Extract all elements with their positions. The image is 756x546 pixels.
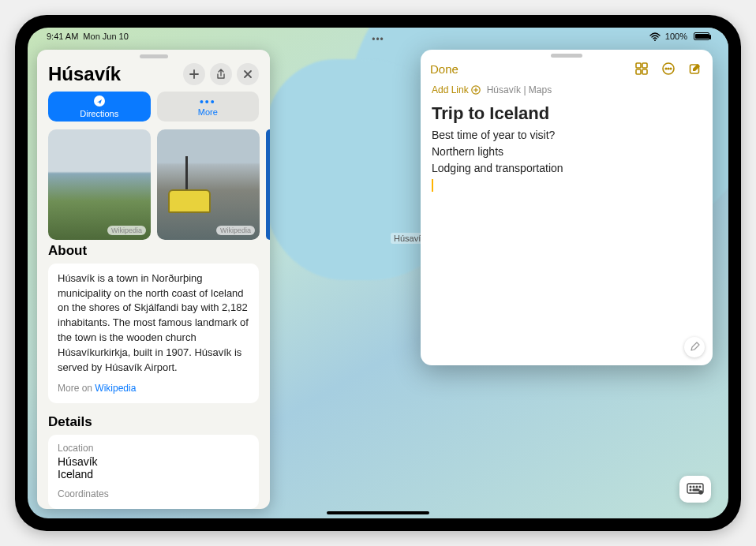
- location-label: Location: [58, 443, 249, 454]
- note-body[interactable]: Trip to Iceland Best time of year to vis…: [421, 103, 713, 193]
- multitask-dots-icon[interactable]: •••: [372, 34, 384, 45]
- svg-point-0: [654, 39, 656, 41]
- place-photo[interactable]: Wikipedia: [48, 129, 151, 240]
- details-card: Location HúsavíkIceland Coordinates: [48, 435, 259, 509]
- svg-rect-18: [693, 489, 699, 491]
- panel-grabber[interactable]: [140, 54, 168, 58]
- svg-rect-5: [642, 69, 647, 74]
- more-options-icon[interactable]: [661, 61, 676, 77]
- svg-point-14: [693, 486, 694, 488]
- battery-icon: [692, 32, 709, 40]
- svg-point-13: [690, 486, 691, 488]
- done-button[interactable]: Done: [430, 62, 458, 76]
- svg-point-19: [699, 491, 702, 494]
- svg-point-15: [696, 486, 698, 488]
- note-line[interactable]: Best time of year to visit?: [432, 127, 702, 144]
- note-title[interactable]: Trip to Iceland: [432, 103, 702, 124]
- status-date: Mon Jun 10: [83, 32, 128, 41]
- directions-button[interactable]: Directions: [48, 92, 151, 122]
- svg-point-16: [699, 486, 701, 488]
- svg-point-7: [665, 68, 667, 69]
- more-icon: •••: [200, 96, 216, 107]
- svg-rect-4: [636, 69, 641, 74]
- share-button[interactable]: [210, 63, 232, 85]
- about-heading: About: [37, 240, 270, 264]
- coordinates-label: Coordinates: [58, 488, 249, 499]
- wifi-icon: [649, 32, 661, 41]
- battery-percent: 100%: [665, 32, 687, 41]
- status-bar: 9:41 AM Mon Jun 10 ••• 100%: [28, 29, 728, 43]
- details-heading: Details: [37, 411, 270, 435]
- svg-rect-3: [642, 63, 647, 68]
- about-text: Húsavík is a town in Norðurþing municipa…: [58, 272, 249, 373]
- status-time: 9:41 AM: [47, 32, 78, 41]
- note-line[interactable]: Northern lights: [432, 144, 702, 160]
- place-card-panel[interactable]: Húsavík Directions: [37, 50, 270, 509]
- directions-label: Directions: [80, 109, 118, 118]
- about-card: Húsavík is a town in Norðurþing municipa…: [48, 264, 259, 403]
- close-button[interactable]: [237, 63, 259, 85]
- maps-screen: Húsavík 9:41 AM Mon Jun 10 ••• 100%: [28, 28, 728, 518]
- add-button[interactable]: [183, 63, 205, 85]
- place-title: Húsavík: [48, 63, 178, 85]
- svg-point-17: [690, 489, 691, 491]
- location-value: HúsavíkIceland: [58, 455, 249, 481]
- directions-icon: [93, 95, 106, 109]
- place-photos-row[interactable]: Wikipedia Wikipedia: [37, 129, 270, 240]
- keyboard-button[interactable]: [679, 476, 711, 503]
- more-button[interactable]: ••• More: [157, 92, 260, 122]
- gallery-view-icon[interactable]: [634, 61, 649, 77]
- note-link-breadcrumb[interactable]: Húsavík | Maps: [487, 84, 552, 95]
- compose-icon[interactable]: [687, 61, 703, 77]
- note-line[interactable]: Lodging and transportation: [432, 160, 702, 177]
- add-link-button[interactable]: Add Link: [432, 84, 481, 95]
- photo-source: Wikipedia: [107, 226, 146, 235]
- photo-source: Wikipedia: [216, 226, 255, 235]
- quick-note-window[interactable]: Done Add Link Hú: [421, 50, 713, 365]
- place-photo[interactable]: Wikipedia: [157, 129, 260, 240]
- svg-point-9: [670, 68, 672, 69]
- home-indicator[interactable]: [327, 511, 429, 514]
- more-label: More: [198, 107, 218, 117]
- svg-rect-2: [636, 63, 641, 68]
- place-photo[interactable]: [266, 129, 270, 240]
- markup-icon[interactable]: [684, 337, 705, 357]
- text-cursor: [432, 179, 433, 192]
- svg-point-8: [668, 68, 669, 69]
- about-more-link[interactable]: More on Wikipedia: [58, 382, 249, 395]
